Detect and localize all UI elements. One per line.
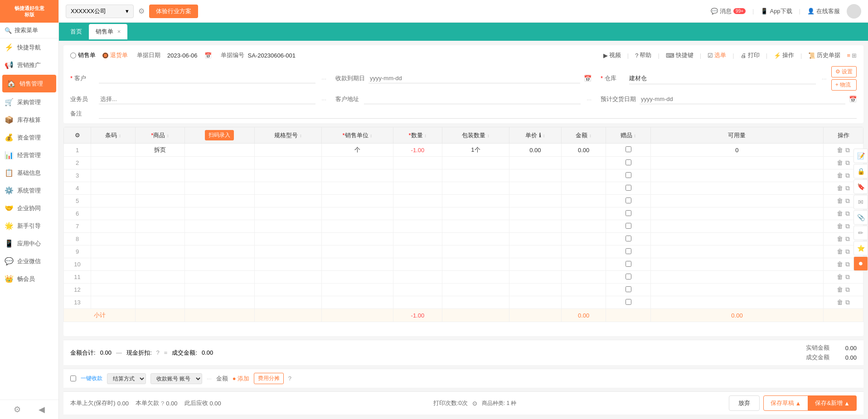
float-note-btn[interactable]: 📝 xyxy=(853,149,868,163)
row-gift[interactable] xyxy=(606,207,650,220)
save-draft-button[interactable]: 保存草稿 ▲ xyxy=(763,395,809,411)
row-amount[interactable] xyxy=(561,246,606,258)
row-pkg-qty[interactable] xyxy=(442,169,509,182)
row-gift[interactable] xyxy=(606,271,650,284)
row-barcode[interactable] xyxy=(91,157,136,169)
one-click-label[interactable]: 一键收款 xyxy=(81,375,102,382)
row-goods[interactable] xyxy=(136,284,184,296)
row-spec[interactable] xyxy=(255,207,322,220)
copy-icon[interactable]: ⧉ xyxy=(845,299,850,306)
calendar-icon[interactable]: 📅 xyxy=(204,52,212,59)
row-qty[interactable] xyxy=(393,157,442,169)
row-barcode[interactable] xyxy=(91,258,136,271)
scan-btn-th[interactable]: 扫码录入 xyxy=(184,127,254,144)
row-pkg-qty[interactable] xyxy=(442,207,509,220)
row-goods[interactable] xyxy=(136,233,184,246)
row-price[interactable] xyxy=(509,271,561,284)
save-new-button[interactable]: 保存&新增 ▲ xyxy=(808,395,857,411)
row-barcode[interactable] xyxy=(91,296,136,309)
help-owe-icon[interactable]: ? xyxy=(161,400,164,407)
row-price[interactable] xyxy=(509,258,561,271)
avatar[interactable] xyxy=(847,4,861,19)
gift-checkbox[interactable] xyxy=(626,261,631,267)
row-spec[interactable] xyxy=(255,157,322,169)
select-btn[interactable]: ☑ 选单 xyxy=(705,50,729,61)
row-pkg-qty[interactable]: 1个 xyxy=(442,144,509,157)
row-qty[interactable] xyxy=(393,284,442,296)
delete-icon[interactable]: 🗑 xyxy=(837,299,843,306)
row-unit[interactable] xyxy=(322,220,393,233)
delete-icon[interactable]: 🗑 xyxy=(837,286,843,294)
app-download-button[interactable]: 📱 App下载 xyxy=(761,7,792,15)
delete-icon[interactable]: 🗑 xyxy=(837,172,843,179)
sidebar-item-member[interactable]: 👑 畅会员 xyxy=(0,270,58,288)
sidebar-item-enterprise[interactable]: 🤝 企业协同 xyxy=(0,199,58,217)
row-gift[interactable] xyxy=(606,220,650,233)
row-unit[interactable] xyxy=(322,246,393,258)
copy-icon[interactable]: ⧉ xyxy=(845,248,850,255)
row-gift[interactable] xyxy=(606,296,650,309)
row-price[interactable] xyxy=(509,233,561,246)
tab-sales-order[interactable]: 销售单 × xyxy=(89,24,127,39)
delete-icon[interactable]: 🗑 xyxy=(837,248,843,255)
radio-sales-order[interactable]: 销售单 xyxy=(70,51,96,59)
copy-icon[interactable]: ⧉ xyxy=(845,159,850,167)
row-amount[interactable] xyxy=(561,296,606,309)
float-mail-btn[interactable]: ✉ xyxy=(853,195,868,209)
row-pkg-qty[interactable] xyxy=(442,233,509,246)
row-price[interactable] xyxy=(509,195,561,207)
table-wrap[interactable]: ⚙ 条码 ↕ *商品 ↕ 扫码录入 规格型号 ↕ *销售单位 ↕ *数量 ↕ 包… xyxy=(63,127,863,336)
row-unit[interactable] xyxy=(322,233,393,246)
salesperson-input[interactable] xyxy=(99,94,315,104)
row-amount[interactable] xyxy=(561,271,606,284)
settings-button[interactable]: ⚙ xyxy=(138,7,145,15)
row-unit[interactable] xyxy=(322,182,393,195)
sidebar-item-inventory[interactable]: 📦 库存核算 xyxy=(0,111,58,129)
row-price[interactable] xyxy=(509,169,561,182)
row-amount[interactable] xyxy=(561,233,606,246)
row-unit[interactable] xyxy=(322,284,393,296)
delete-icon[interactable]: 🗑 xyxy=(837,222,843,230)
sidebar-item-purchase[interactable]: 🛒 采购管理 xyxy=(0,93,58,111)
copy-icon[interactable]: ⧉ xyxy=(845,210,850,217)
row-unit[interactable] xyxy=(322,169,393,182)
row-qty[interactable] xyxy=(393,271,442,284)
copy-icon[interactable]: ⧉ xyxy=(845,286,850,294)
sidebar-search[interactable]: 🔍 搜索菜单 xyxy=(0,23,58,39)
row-amount[interactable] xyxy=(561,284,606,296)
logistics-btn[interactable]: + 物流 xyxy=(831,79,857,91)
row-goods[interactable] xyxy=(136,258,184,271)
discard-button[interactable]: 放弃 xyxy=(729,395,760,411)
settings-btn[interactable]: ⚙ 设置 xyxy=(831,66,857,77)
copy-icon[interactable]: ⧉ xyxy=(845,197,850,205)
float-bookmark-btn[interactable]: 🔖 xyxy=(853,179,868,194)
delete-icon[interactable]: 🗑 xyxy=(837,146,843,154)
row-barcode[interactable] xyxy=(91,233,136,246)
row-price[interactable] xyxy=(509,246,561,258)
copy-icon[interactable]: ⧉ xyxy=(845,235,850,243)
row-gift[interactable] xyxy=(606,157,650,169)
delete-icon[interactable]: 🗑 xyxy=(837,235,843,243)
delete-icon[interactable]: 🗑 xyxy=(837,260,843,268)
row-unit[interactable] xyxy=(322,195,393,207)
row-qty[interactable] xyxy=(393,220,442,233)
row-unit[interactable] xyxy=(322,258,393,271)
row-amount[interactable] xyxy=(561,195,606,207)
row-unit[interactable] xyxy=(322,157,393,169)
customer-address-dots[interactable]: ··· xyxy=(587,96,592,103)
row-price[interactable] xyxy=(509,182,561,195)
float-star-btn[interactable]: ⭐ xyxy=(853,241,868,255)
shortcut-btn[interactable]: ⌨ 快捷键 xyxy=(663,50,696,61)
gift-checkbox[interactable] xyxy=(626,210,631,216)
trial-button[interactable]: 体验行业方案 xyxy=(149,5,198,18)
payment-method-select[interactable]: 结算方式 xyxy=(107,373,146,384)
row-unit[interactable] xyxy=(322,296,393,309)
sidebar-item-guide[interactable]: 🌟 新手引导 xyxy=(0,217,58,235)
row-spec[interactable] xyxy=(255,258,322,271)
row-goods[interactable] xyxy=(136,207,184,220)
row-gift[interactable] xyxy=(606,258,650,271)
row-amount[interactable]: 0.00 xyxy=(561,144,606,157)
row-qty[interactable] xyxy=(393,195,442,207)
row-qty[interactable] xyxy=(393,258,442,271)
row-gift[interactable] xyxy=(606,233,650,246)
